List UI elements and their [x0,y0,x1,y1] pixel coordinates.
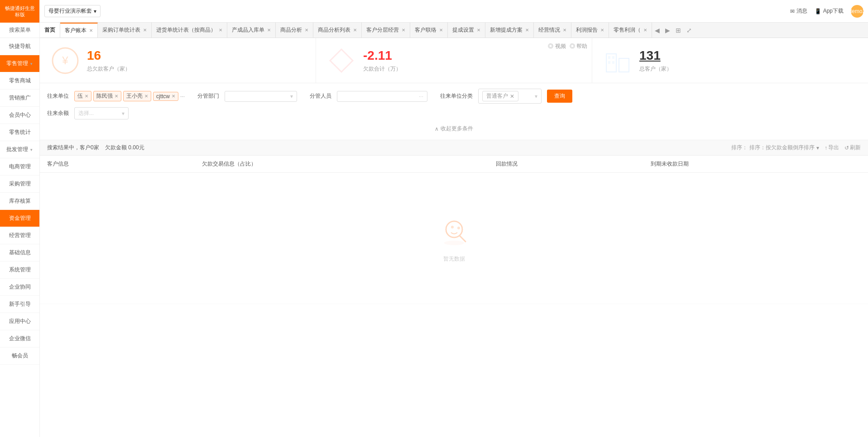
remove-customer-type[interactable]: ✕ [510,93,514,100]
chevron-down-icon: ▾ [290,93,293,100]
chevron-down-icon: ▾ [122,110,125,117]
help-doc-link[interactable]: ◎ 帮助 [570,43,587,50]
sidebar-item-app-center[interactable]: 应用中心 [0,313,39,330]
refresh-button[interactable]: ↺ 刷新 [844,144,861,152]
chevron-down-icon: ▾ [94,8,96,14]
col-customer-info: 客户信息 [40,156,195,173]
sidebar: 畅捷通好生意 标版 搜索菜单 快捷导航 零售管理 ▼ 零售商城 营销推广 会员中… [0,0,40,437]
sidebar-item-basic-info[interactable]: 基础信息 [0,244,39,261]
tab-retail-profit[interactable]: 零售利润（ ✕ [609,23,652,38]
search-result-info: 搜索结果中，客户0家 欠款金额 0.00元 [47,144,144,152]
svg-rect-7 [608,61,610,64]
main-area: 母婴行业演示帐套 ▾ ✉ 消息 📱 App下载 demo2 首页 客户账本 ✕ [40,0,868,437]
tab-close-icon[interactable]: ✕ [477,28,480,33]
sidebar-item-enterprise-coop[interactable]: 企业协同 [0,279,39,296]
sidebar-item-wholesale-mgmt[interactable]: 批发管理 ▼ [0,141,39,158]
remove-chen-tag[interactable]: ✕ [115,94,118,99]
sidebar-item-retail-mgmt[interactable]: 零售管理 ▼ [0,55,39,72]
svg-rect-8 [612,61,614,64]
data-table: 客户信息 欠款交易信息（占比） 回款情况 到期未收款日期 [40,156,868,304]
sidebar-item-quick-nav[interactable]: 快捷导航 [0,38,39,55]
filter-more-tags[interactable]: ··· [180,93,185,100]
tab-operations[interactable]: 经营情况 ✕ [534,23,571,38]
tab-close-icon[interactable]: ✕ [439,28,443,33]
tab-close-icon[interactable]: ✕ [402,28,405,33]
sidebar-item-enterprise-weixin[interactable]: 企业微信 [0,330,39,347]
tab-product-inbound[interactable]: 产成品入库单 ✕ [227,23,276,38]
remove-wang-tag[interactable]: ✕ [144,94,148,99]
message-icon: ✉ [790,8,795,14]
tab-purchase-order-stats[interactable]: 采购订单统计表 ✕ [98,23,152,38]
manager-select[interactable]: ··· [337,91,427,102]
tab-customer-contact[interactable]: 客户联络 ✕ [410,23,448,38]
filter-tag-cjttcw: cjttcw ✕ [153,92,178,101]
tab-promo-settings[interactable]: 提成设置 ✕ [448,23,485,38]
topbar: 母婴行业演示帐套 ▾ ✉ 消息 📱 App下载 demo2 [40,0,868,23]
tab-profit-report[interactable]: 利润报告 ✕ [571,23,609,38]
tab-more-button[interactable]: ⊞ [673,23,684,38]
tab-close-icon[interactable]: ✕ [643,28,647,33]
total-customers-value: 16 [87,48,305,63]
collapse-more-button[interactable]: ∧ 收起更多条件 [47,123,861,134]
svg-line-12 [460,236,465,242]
sidebar-item-finance[interactable]: 资金管理 [0,210,39,227]
sidebar-item-purchase-mgmt[interactable]: 采购管理 [0,176,39,193]
tab-close-icon[interactable]: ✕ [600,28,604,33]
tab-product-analysis-list[interactable]: 商品分析列表 ✕ [313,23,362,38]
sidebar-item-member-center[interactable]: 会员中心 [0,107,39,124]
tab-customer-ledger[interactable]: 客户账本 ✕ [60,23,98,38]
total-receivable-value: -2.11 [363,48,581,63]
tab-close-icon[interactable]: ✕ [563,28,566,33]
sort-select[interactable]: 排序： 排序：按欠款金额倒序排序 ▾ [731,144,819,152]
query-button[interactable]: 查询 [547,90,572,103]
tab-add-promo-plan[interactable]: 新增提成方案 ✕ [485,23,534,38]
sidebar-item-retail-stats[interactable]: 零售统计 [0,124,39,141]
building-icon [603,46,632,75]
help-video-link[interactable]: ◎ 视频 [548,43,566,50]
chevron-down-icon: ▾ [535,93,537,100]
sidebar-item-retail-mall[interactable]: 零售商城 [0,72,39,90]
unit-category-select[interactable]: 普通客户 ✕ ▾ [478,89,542,104]
manager-filter-label: 分管人员 [310,92,331,100]
messages-button[interactable]: ✉ 消息 [790,7,807,15]
tab-close-icon[interactable]: ✕ [525,28,529,33]
sidebar-item-ecommerce[interactable]: 电商管理 [0,158,39,176]
tab-prev-button[interactable]: ◀ [652,23,662,38]
tab-close-icon[interactable]: ✕ [305,28,308,33]
export-button[interactable]: ↑ 导出 [825,144,839,152]
user-avatar[interactable]: demo2 [851,5,863,18]
tab-close-icon[interactable]: ✕ [219,28,222,33]
tab-customer-segment[interactable]: 客户分层经营 ✕ [362,23,410,38]
sidebar-item-newbie[interactable]: 新手引导 [0,296,39,313]
chevron-up-icon: ∧ [435,126,439,132]
tab-close-icon[interactable]: ✕ [89,28,93,33]
sidebar-item-inventory[interactable]: 库存核算 [0,193,39,210]
remove-wu-tag[interactable]: ✕ [85,94,88,99]
sidebar-item-marketing[interactable]: 营销推广 [0,90,39,107]
dept-select[interactable]: ▾ [225,91,297,102]
svg-marker-2 [330,49,353,72]
app-download-button[interactable]: 📱 App下载 [815,7,844,15]
tab-close-icon[interactable]: ✕ [353,28,357,33]
refresh-icon: ↺ [844,145,849,151]
remaining-filter-label: 往来余额 [47,109,69,117]
sidebar-item-operations-mgmt[interactable]: 经营管理 [0,227,39,244]
tab-next-button[interactable]: ▶ [662,23,673,38]
sidebar-item-search[interactable]: 搜索菜单 [0,23,39,38]
topbar-right: ✉ 消息 📱 App下载 demo2 [790,5,863,18]
account-selector[interactable]: 母婴行业演示帐套 ▾ [44,5,101,17]
tab-inbound-stats[interactable]: 进货单统计表（按商品） ✕ [152,23,227,38]
sidebar-item-system-mgmt[interactable]: 系统管理 [0,261,39,279]
total-all-customers-value: 131 [639,48,857,63]
sidebar-item-vip[interactable]: 畅会员 [0,347,39,365]
filter-tag-chenminqiang: 陈民强 ✕ [93,91,121,101]
filter-row-2: 往来余额 选择... ▾ [47,107,861,119]
tab-fullscreen-button[interactable]: ⤢ [684,23,695,38]
tab-close-icon[interactable]: ✕ [267,28,271,33]
svg-point-10 [457,227,460,229]
remove-cjttcw-tag[interactable]: ✕ [172,94,175,99]
tab-home[interactable]: 首页 [40,23,60,38]
tab-product-analysis[interactable]: 商品分析 ✕ [276,23,313,38]
tab-close-icon[interactable]: ✕ [143,28,147,33]
remaining-select[interactable]: 选择... ▾ [74,107,129,119]
